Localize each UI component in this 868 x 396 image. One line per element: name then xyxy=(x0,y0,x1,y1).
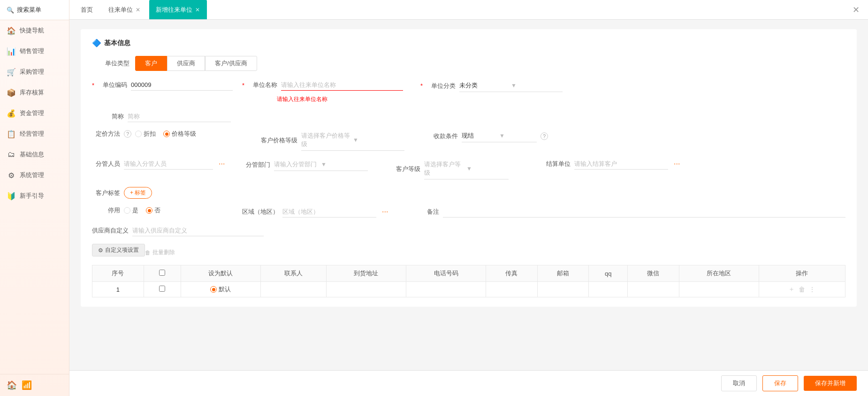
unit-type-btn-1[interactable]: 供应商 xyxy=(167,56,205,71)
cell-address xyxy=(326,282,406,297)
pt-label: 收款条件 xyxy=(430,132,458,140)
batch-delete-button[interactable]: 🗑 批量删除 xyxy=(145,248,175,256)
pricing-method-label: 定价方法 xyxy=(92,130,120,138)
cpl-select[interactable]: 请选择客户价格等级 ▼ xyxy=(301,130,404,151)
sidebar-item-operation[interactable]: 📋经营管理 xyxy=(0,124,69,144)
sidebar-item-guide[interactable]: 🔰新手引导 xyxy=(0,186,69,206)
note-input[interactable] xyxy=(443,206,845,217)
unit-category-select[interactable]: 未分类 ▼ xyxy=(459,79,563,92)
unit-code-input[interactable] xyxy=(131,79,233,91)
payment-terms-field: 收款条件 现结 ▼ ? xyxy=(430,130,589,142)
region-more-btn[interactable]: ··· xyxy=(380,208,390,216)
unit-name-input[interactable] xyxy=(281,79,403,91)
unit-type-row: 单位类型 客户供应商客户/供应商 xyxy=(92,56,845,71)
stats-icon: 📶 xyxy=(22,380,32,390)
radio-no[interactable]: 否 xyxy=(146,206,160,215)
unit-code-label: 单位编码 xyxy=(99,81,127,89)
pricing-radio-group: 折扣 价格等级 xyxy=(135,130,196,138)
save-add-button[interactable]: 保存并新增 xyxy=(804,376,857,391)
radio-discount[interactable]: 折扣 xyxy=(135,130,156,138)
radio-yes[interactable]: 是 xyxy=(124,206,138,215)
add-row-button[interactable]: ＋ xyxy=(788,285,795,294)
region-input[interactable] xyxy=(282,206,376,217)
row-checkbox[interactable] xyxy=(159,286,165,292)
default-radio[interactable]: 默认 xyxy=(186,285,256,294)
cell-contact xyxy=(260,282,326,297)
sidebar-item-quick-nav[interactable]: 🏠快捷导航 xyxy=(0,20,69,41)
cl-label: 客户等级 xyxy=(392,165,420,173)
dept-select[interactable]: 请输入分管部门 ▼ xyxy=(274,158,368,171)
cell-email xyxy=(537,282,589,297)
select-all-checkbox[interactable] xyxy=(159,270,165,276)
custom-settings-button[interactable]: ⚙ 自定义项设置 xyxy=(92,244,145,256)
su-more-btn[interactable]: ··· xyxy=(672,160,682,168)
pt-select[interactable]: 现结 ▼ xyxy=(462,130,537,142)
default-radio-dot xyxy=(212,288,215,291)
pt-value: 现结 xyxy=(462,132,499,140)
sales-icon: 📊 xyxy=(7,47,16,56)
form-row-3: 定价方法 ? 折扣 价格等级 xyxy=(92,130,845,151)
sidebar-label-basic-info: 基础信息 xyxy=(20,150,44,159)
pricing-help-icon[interactable]: ? xyxy=(124,130,131,138)
cell-wechat xyxy=(628,282,679,297)
radio-price-level[interactable]: 价格等级 xyxy=(163,130,196,138)
pt-help-icon[interactable]: ? xyxy=(541,132,548,140)
search-label: 搜索菜单 xyxy=(17,6,41,14)
col-seq: 序号 xyxy=(92,265,144,282)
search-menu[interactable]: 🔍 搜索菜单 xyxy=(0,0,69,20)
delete-row-button[interactable]: 🗑 xyxy=(799,286,805,293)
tab-close-new-contact[interactable]: ✕ xyxy=(195,7,200,13)
supplier-custom-field: 供应商自定义 xyxy=(92,225,280,236)
sidebar-item-sales[interactable]: 📊销售管理 xyxy=(0,41,69,62)
unit-type-btn-2[interactable]: 客户/供应商 xyxy=(205,56,257,71)
region-field: 区域（地区） ··· xyxy=(242,206,402,217)
sidebar-item-basic-info[interactable]: 🗂基础信息 xyxy=(0,144,69,165)
cl-select[interactable]: 请选择客户等级 ▼ xyxy=(424,158,509,179)
sidebar: 🔍 搜索菜单 🏠快捷导航📊销售管理🛒采购管理📦库存核算💰资金管理📋经营管理🗂基础… xyxy=(0,0,69,396)
col-address: 到货地址 xyxy=(326,265,406,282)
form-area: 🔷 基本信息 单位类型 客户供应商客户/供应商 * 单位编码 * xyxy=(69,20,868,370)
radio-dot-no xyxy=(148,209,151,212)
sc-input[interactable] xyxy=(132,225,264,236)
unit-type-btn-0[interactable]: 客户 xyxy=(135,56,167,71)
batch-delete-label: 批量删除 xyxy=(152,248,175,256)
note-field: 备注 xyxy=(411,206,845,217)
default-radio-circle xyxy=(210,286,217,293)
su-input[interactable] xyxy=(574,158,668,170)
window-close-button[interactable]: ✕ xyxy=(849,5,863,15)
unit-type-label: 单位类型 xyxy=(92,59,129,68)
tab-new-contact[interactable]: 新增往来单位✕ xyxy=(149,0,207,19)
save-button[interactable]: 保存 xyxy=(762,375,798,391)
home-icon: 🏠 xyxy=(7,380,17,390)
manager-more-btn[interactable]: ··· xyxy=(217,160,227,168)
radio-discount-label: 折扣 xyxy=(144,130,156,138)
required-star: * xyxy=(92,82,94,89)
sidebar-label-finance: 资金管理 xyxy=(20,109,44,117)
search-icon: 🔍 xyxy=(7,7,14,14)
col-actions: 操作 xyxy=(759,265,845,282)
customer-level-field: 客户等级 请选择客户等级 ▼ xyxy=(392,158,533,179)
sidebar-item-finance[interactable]: 💰资金管理 xyxy=(0,103,69,124)
customer-tag-field: 客户标签 + 标签 xyxy=(92,187,845,199)
add-tag-button[interactable]: + 标签 xyxy=(124,187,152,199)
manager-input[interactable] xyxy=(124,158,213,170)
sidebar-item-inventory[interactable]: 📦库存核算 xyxy=(0,82,69,103)
sidebar-item-system[interactable]: ⚙系统管理 xyxy=(0,165,69,186)
drag-handle[interactable]: ⋮ xyxy=(809,286,815,293)
cell-region xyxy=(679,282,759,297)
section-icon: 🔷 xyxy=(92,39,101,47)
sidebar-label-guide: 新手引导 xyxy=(20,192,44,200)
cancel-button[interactable]: 取消 xyxy=(721,375,757,391)
section-title: 🔷 基本信息 xyxy=(92,39,845,47)
tab-close-contacts[interactable]: ✕ xyxy=(136,7,140,13)
sidebar-item-purchase[interactable]: 🛒采购管理 xyxy=(0,62,69,82)
tab-contacts[interactable]: 往来单位✕ xyxy=(102,0,147,19)
col-check xyxy=(144,265,181,282)
form-row-5: 客户标签 + 标签 xyxy=(92,187,845,199)
abbreviation-input[interactable] xyxy=(128,111,231,122)
settings-icon: ⚙ xyxy=(98,247,103,254)
system-icon: ⚙ xyxy=(7,171,16,180)
unit-type-buttons: 客户供应商客户/供应商 xyxy=(135,56,257,71)
cell-actions: ＋ 🗑 ⋮ xyxy=(759,282,845,297)
tab-home[interactable]: 首页 xyxy=(74,0,100,19)
